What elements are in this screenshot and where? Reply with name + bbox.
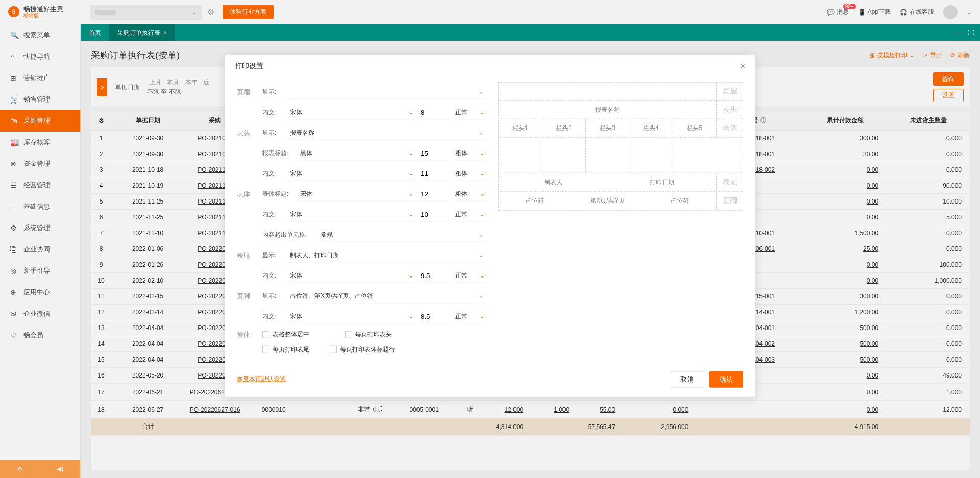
- tablehead-size-input[interactable]: [419, 166, 449, 181]
- check-tail-each[interactable]: 每页打印表尾: [262, 345, 309, 354]
- tabletail-weight-select[interactable]: 正常⌄: [455, 268, 486, 283]
- pagehead-show-select[interactable]: ⌄: [288, 85, 486, 99]
- chevron-down-icon: ⌄: [479, 251, 484, 259]
- report-title-size-input[interactable]: [419, 146, 449, 160]
- tablehead-font-select[interactable]: 宋体⌄: [288, 166, 415, 181]
- cancel-button[interactable]: 取消: [670, 371, 704, 387]
- chevron-down-icon: ⌄: [408, 109, 413, 116]
- chevron-down-icon: ⌄: [479, 231, 484, 238]
- chevron-down-icon: ⌄: [480, 313, 485, 320]
- chevron-down-icon: ⌄: [479, 129, 484, 136]
- section-pagefoot: 页脚: [237, 291, 262, 300]
- chevron-down-icon: ⌄: [408, 313, 413, 320]
- tabletail-show-select[interactable]: 制表人、打印日期⌄: [288, 248, 486, 262]
- chevron-down-icon: ⌄: [479, 292, 484, 299]
- pagehead-size-input[interactable]: [419, 105, 449, 119]
- print-settings-modal: 打印设置 × 页眉 显示: ⌄ 内文: 宋体⌄ 正常⌄ 表头 显示: 报表名称⌄: [225, 54, 755, 396]
- column-title-weight-select[interactable]: 粗体⌄: [455, 187, 486, 201]
- check-title-each[interactable]: 每页打印表体标题行: [330, 345, 395, 354]
- pagehead-weight-select[interactable]: 正常⌄: [455, 105, 486, 119]
- chevron-down-icon: ⌄: [408, 149, 413, 157]
- section-pagehead: 页眉: [237, 87, 262, 96]
- print-preview: 页眉 报表名称表头 栏头1栏头2栏头3栏头4栏头5 表体 制表人 打印日期 表尾: [498, 82, 743, 210]
- chevron-down-icon: ⌄: [408, 211, 413, 218]
- close-icon[interactable]: ×: [741, 61, 745, 70]
- chevron-down-icon: ⌄: [408, 272, 413, 279]
- section-tablehead: 表头: [237, 128, 262, 137]
- tabletail-font-select[interactable]: 宋体⌄: [288, 268, 415, 283]
- pagefoot-size-input[interactable]: [419, 309, 449, 323]
- tablehead-weight-select[interactable]: 粗体⌄: [455, 166, 486, 181]
- pagefoot-weight-select[interactable]: 正常⌄: [455, 309, 486, 323]
- chevron-down-icon: ⌄: [480, 272, 485, 279]
- chevron-down-icon: ⌄: [480, 190, 485, 197]
- tablebody-weight-select[interactable]: 正常⌄: [455, 207, 486, 221]
- pagefoot-show-select[interactable]: 占位符、第X页/共Y页、占位符⌄: [288, 289, 486, 303]
- chevron-down-icon: ⌄: [408, 190, 413, 197]
- tablebody-size-input[interactable]: [419, 207, 449, 221]
- chevron-down-icon: ⌄: [480, 211, 485, 218]
- tabletail-size-input[interactable]: [419, 268, 449, 283]
- report-title-font-select[interactable]: 黑体⌄: [298, 146, 415, 160]
- pagehead-font-select[interactable]: 宋体⌄: [288, 105, 415, 119]
- section-tabletail: 表尾: [237, 250, 262, 260]
- section-overall: 整体: [237, 330, 262, 339]
- chevron-down-icon: ⌄: [480, 109, 485, 116]
- check-center[interactable]: 表格整体居中: [262, 330, 309, 339]
- column-title-font-select[interactable]: 宋体⌄: [298, 187, 415, 201]
- restore-defaults-link[interactable]: 恢复本页默认设置: [237, 375, 286, 384]
- column-title-size-input[interactable]: [419, 187, 449, 201]
- tablebody-font-select[interactable]: 宋体⌄: [288, 207, 415, 221]
- confirm-button[interactable]: 确认: [709, 371, 743, 387]
- tablehead-show-select[interactable]: 报表名称⌄: [288, 125, 486, 140]
- chevron-down-icon: ⌄: [480, 170, 485, 177]
- chevron-down-icon: ⌄: [408, 170, 413, 177]
- report-title-weight-select[interactable]: 粗体⌄: [455, 146, 486, 160]
- section-tablebody: 表体: [237, 189, 262, 198]
- modal-title: 打印设置: [235, 61, 263, 70]
- overflow-select[interactable]: 常规⌄: [318, 228, 486, 242]
- check-head-each[interactable]: 每页打印表头: [345, 330, 392, 339]
- chevron-down-icon: ⌄: [480, 149, 485, 157]
- pagefoot-font-select[interactable]: 宋体⌄: [288, 309, 415, 323]
- chevron-down-icon: ⌄: [479, 88, 484, 95]
